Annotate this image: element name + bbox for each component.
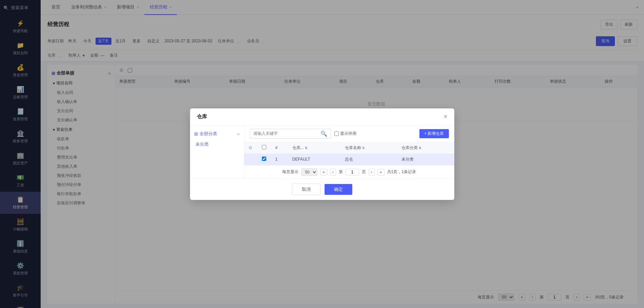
category-sort-icon: ⇅ <box>419 146 421 150</box>
modal-search-input[interactable] <box>253 131 318 136</box>
modal-col-name[interactable]: 仓库名称 ⇅ <box>341 142 397 154</box>
modal-page-label: 第 <box>339 169 343 175</box>
modal-body: ⊞ 全部分类 « 未分类 🔍 <box>190 125 454 179</box>
modal-col-category[interactable]: 仓库分类 ⇅ <box>397 142 454 154</box>
modal-cancel-button[interactable]: 取消 <box>292 184 320 195</box>
show-disabled-checkbox[interactable] <box>334 131 339 136</box>
code-sort-icon: ⇅ <box>305 146 308 150</box>
name-sort-icon: ⇅ <box>362 146 365 150</box>
modal-prev-page-btn[interactable]: ‹ <box>330 169 336 176</box>
row-no: 1 <box>271 153 288 165</box>
row-code: DEFAULT <box>288 153 341 165</box>
modal-table: ⚙ # 仓库... ⇅ <box>244 142 454 165</box>
modal-total-info: 共1页，1条记录 <box>387 169 416 175</box>
modal-table-row[interactable]: 1 DEFAULT 总仓 未分类 <box>244 153 454 165</box>
modal-page-size-label: 每页显示 <box>282 169 298 175</box>
row-name: 总仓 <box>341 153 397 165</box>
modal-page-size-select[interactable]: 50 <box>301 168 317 176</box>
modal-footer-btns: 取消 确定 <box>190 179 454 200</box>
modal-left-collapse-btn[interactable]: « <box>237 131 240 137</box>
modal-left-header: ⊞ 全部分类 « <box>190 129 244 139</box>
modal-next-page-btn[interactable]: › <box>369 169 375 176</box>
modal-toolbar: 🔍 显示停用 + 新增仓库 <box>244 125 454 142</box>
grid-icon2: ⊞ <box>194 131 198 137</box>
modal-col-gear: ⚙ <box>244 142 258 154</box>
modal-col-no: # <box>271 142 288 154</box>
modal-col-code[interactable]: 仓库... ⇅ <box>288 142 341 154</box>
modal-close-btn[interactable]: × <box>444 113 448 120</box>
modal-header: 仓库 × <box>190 108 454 125</box>
warehouse-modal: 仓库 × ⊞ 全部分类 « 未分类 <box>190 108 454 200</box>
row-check[interactable] <box>258 153 271 165</box>
modal-page-input[interactable] <box>346 169 359 176</box>
modal-table-area: ⚙ # 仓库... ⇅ <box>244 142 454 165</box>
add-warehouse-button[interactable]: + 新增仓库 <box>419 129 449 138</box>
modal-overlay[interactable]: 仓库 × ⊞ 全部分类 « 未分类 <box>0 0 644 308</box>
modal-search-box[interactable]: 🔍 <box>250 129 331 139</box>
modal-title: 仓库 <box>197 114 207 120</box>
modal-col-check <box>258 142 271 154</box>
modal-last-page-btn[interactable]: » <box>377 169 385 176</box>
modal-left-item-unclassified[interactable]: 未分类 <box>190 139 244 150</box>
row-category: 未分类 <box>397 153 454 165</box>
modal-select-all[interactable] <box>262 145 266 149</box>
row-checkbox[interactable] <box>262 157 266 161</box>
modal-left-item-label: 未分类 <box>195 142 209 147</box>
show-disabled-label[interactable]: 显示停用 <box>334 131 356 137</box>
modal-left-panel: ⊞ 全部分类 « 未分类 <box>190 125 244 179</box>
show-disabled-text: 显示停用 <box>340 131 356 137</box>
modal-left-all-label[interactable]: 全部分类 <box>200 131 217 137</box>
modal-gear-icon[interactable]: ⚙ <box>248 145 253 150</box>
row-gear <box>244 153 258 165</box>
modal-search-icon[interactable]: 🔍 <box>320 130 327 137</box>
modal-first-page-btn[interactable]: « <box>320 169 327 176</box>
modal-right-panel: 🔍 显示停用 + 新增仓库 ⚙ <box>244 125 454 179</box>
modal-confirm-button[interactable]: 确定 <box>325 184 352 195</box>
modal-page-unit: 页 <box>362 169 366 175</box>
modal-pagination: 每页显示 50 « ‹ 第 页 › » 共1页，1条记录 <box>244 165 454 179</box>
